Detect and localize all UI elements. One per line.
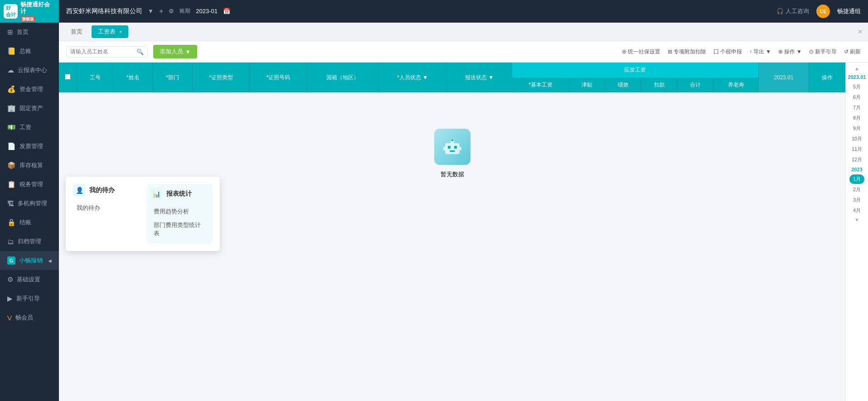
sidebar-label-report: 小畅报销 xyxy=(19,256,43,265)
svg-rect-3 xyxy=(450,150,455,152)
th-base: *基本工资 xyxy=(512,77,569,92)
timeline-month-2[interactable]: 2月 xyxy=(846,184,868,195)
invoice-icon: 📄 xyxy=(7,142,16,150)
search-icon[interactable]: 🔍 xyxy=(136,48,144,55)
dropdown-popup: 👤 我的待办 我的待办 📊 报表统计 费用趋势分析 部门费用类型统计表 xyxy=(66,177,220,251)
th-idno: *证照号码 xyxy=(250,63,307,92)
tax-icon: 📋 xyxy=(7,180,16,188)
refresh-icon: ↺ xyxy=(844,48,849,55)
th-status[interactable]: *人员状态 ▼ xyxy=(378,63,447,92)
th-nationality: 国籍（地区） xyxy=(307,63,378,92)
popup-item-expense-trend[interactable]: 费用趋势分析 xyxy=(150,205,209,218)
company-dropdown-icon[interactable]: ▼ xyxy=(148,8,154,14)
export-btn[interactable]: ↑ 导出 ▼ xyxy=(749,48,771,56)
multi-icon: 🏗 xyxy=(7,200,14,208)
timeline-month-9[interactable]: 9月 xyxy=(846,123,868,134)
sidebar-item-archive[interactable]: 🗂 归档管理 xyxy=(0,232,59,251)
member-icon: V xyxy=(7,314,12,322)
popup-left-section: 👤 我的待办 我的待办 xyxy=(73,184,139,244)
refresh-btn[interactable]: ↺ 刷新 xyxy=(844,48,861,56)
timeline-month-1[interactable]: 1月 xyxy=(849,174,864,184)
sidebar-item-report[interactable]: G 小畅报销 ◀ xyxy=(0,251,59,270)
sidebar-item-guide[interactable]: ▶ 新手引导 xyxy=(0,289,59,308)
search-input[interactable] xyxy=(70,48,134,55)
timeline-year-2023: 2023 xyxy=(846,165,868,174)
sidebar-item-close[interactable]: 🔒 结账 xyxy=(0,213,59,232)
sidebar-item-settings[interactable]: ⚙ 基础设置 xyxy=(0,270,59,289)
th-empno: 工号 xyxy=(77,63,113,92)
popup-grid: 👤 我的待办 我的待办 📊 报表统计 费用趋势分析 部门费用类型统计表 xyxy=(73,184,213,244)
popup-right-title-text: 报表统计 xyxy=(166,190,192,198)
sidebar-item-member[interactable]: V 畅会员 xyxy=(0,308,59,327)
popup-left-icon: 👤 xyxy=(73,184,86,197)
tab-close-window-btn[interactable]: × xyxy=(858,27,863,37)
timeline-down-icon[interactable]: ▼ xyxy=(853,216,861,224)
popup-left-title: 👤 我的待办 xyxy=(73,184,139,197)
sidebar: 好会计 畅捷通好会计 旗舰版 ⊞ 首页 📒 总账 ☁ 云报表中心 💰 资金管理 … xyxy=(0,0,59,401)
home-icon: ⊞ xyxy=(7,28,13,36)
operate-btn[interactable]: ⊕ 操作 ▼ xyxy=(778,48,802,56)
timeline-month-4[interactable]: 4月 xyxy=(846,205,868,216)
sidebar-item-finance[interactable]: 💰 资金管理 xyxy=(0,80,59,99)
th-allowance: 津贴 xyxy=(569,77,605,92)
timeline-month-3[interactable]: 3月 xyxy=(846,195,868,205)
timeline-month-7[interactable]: 7月 xyxy=(846,102,868,113)
th-deduct: 扣款 xyxy=(641,77,678,92)
guide-btn[interactable]: ⊙ 新手引导 xyxy=(809,48,837,56)
logo-icon: 好会计 xyxy=(4,4,18,19)
popup-item-dept-expense[interactable]: 部门费用类型统计表 xyxy=(150,218,209,240)
consultant-btn[interactable]: 🎧 人工咨询 xyxy=(776,7,809,15)
tab-home-label: 首页 xyxy=(71,28,82,36)
tab-home[interactable]: 首页 xyxy=(64,25,89,38)
tax-deduction-btn[interactable]: ⊞ 专项附加扣除 xyxy=(668,48,706,56)
sidebar-item-tax[interactable]: 📋 税务管理 xyxy=(0,175,59,194)
headset-icon: 🎧 xyxy=(776,8,784,14)
topbar-settings-icon[interactable]: ⚙ xyxy=(169,8,174,14)
sidebar-label-stock: 库存核算 xyxy=(19,161,43,169)
timeline-month-5[interactable]: 5月 xyxy=(846,82,868,92)
sidebar-label-close: 结账 xyxy=(19,218,31,227)
settings-icon: ⚙ xyxy=(7,275,13,284)
th-report-status[interactable]: 报送状态 ▼ xyxy=(447,63,512,92)
tab-salary[interactable]: 工资表 × xyxy=(92,25,128,38)
add-person-button[interactable]: 添加人员 ▼ xyxy=(153,45,197,58)
social-insurance-btn[interactable]: ⊛ 统一社保设置 xyxy=(622,48,660,56)
sidebar-item-home[interactable]: ⊞ 首页 xyxy=(0,23,59,42)
sidebar-item-cloud[interactable]: ☁ 云报表中心 xyxy=(0,61,59,80)
operate-icon: ⊕ xyxy=(778,48,783,55)
sidebar-item-multi[interactable]: 🏗 多机构管理 xyxy=(0,194,59,213)
sidebar-item-stock[interactable]: 📦 库存核算 xyxy=(0,156,59,175)
sidebar-label-home: 首页 xyxy=(17,28,29,36)
sidebar-item-ledger[interactable]: 📒 总账 xyxy=(0,42,59,61)
sidebar-label-invoice: 发票管理 xyxy=(19,142,43,150)
social-icon: ⊛ xyxy=(622,48,626,55)
tab-salary-label: 工资表 xyxy=(98,28,116,36)
th-salary-group: 应发工资 xyxy=(512,63,758,77)
sidebar-label-multi: 多机构管理 xyxy=(18,199,47,208)
popup-right-section: 📊 报表统计 费用趋势分析 部门费用类型统计表 xyxy=(146,184,213,244)
sidebar-item-assets[interactable]: 🏢 固定资产 xyxy=(0,99,59,118)
topbar-plus-icon[interactable]: + xyxy=(159,7,163,15)
app-logo: 好会计 畅捷通好会计 旗舰版 xyxy=(0,0,59,23)
income-tax-btn[interactable]: 囗 个税申报 xyxy=(713,48,742,56)
timeline-month-12[interactable]: 12月 xyxy=(846,155,868,165)
income-tax-label: 个税申报 xyxy=(720,48,742,56)
timeline-up-icon[interactable]: ▲ xyxy=(853,64,861,72)
sidebar-item-invoice[interactable]: 📄 发票管理 xyxy=(0,137,59,156)
select-all-checkbox[interactable] xyxy=(65,74,71,80)
sidebar-label-guide: 新手引导 xyxy=(16,295,40,303)
timeline-month-6[interactable]: 6月 xyxy=(846,92,868,102)
sidebar-item-salary[interactable]: 💵 工资 xyxy=(0,118,59,137)
timeline-month-8[interactable]: 8月 xyxy=(846,113,868,123)
svg-rect-7 xyxy=(460,147,461,150)
timeline-month-10[interactable]: 10月 xyxy=(846,134,868,144)
report-icon: G xyxy=(7,256,15,265)
calendar-icon[interactable]: 📅 xyxy=(223,8,230,14)
tab-close-icon[interactable]: × xyxy=(119,29,122,34)
income-tax-icon: 囗 xyxy=(713,48,719,56)
th-checkbox[interactable] xyxy=(59,63,77,92)
timeline-month-11[interactable]: 11月 xyxy=(846,144,868,155)
th-dept: *部门 xyxy=(153,63,192,92)
empty-robot-svg xyxy=(441,136,463,158)
popup-item-todo[interactable]: 我的待办 xyxy=(73,201,139,215)
